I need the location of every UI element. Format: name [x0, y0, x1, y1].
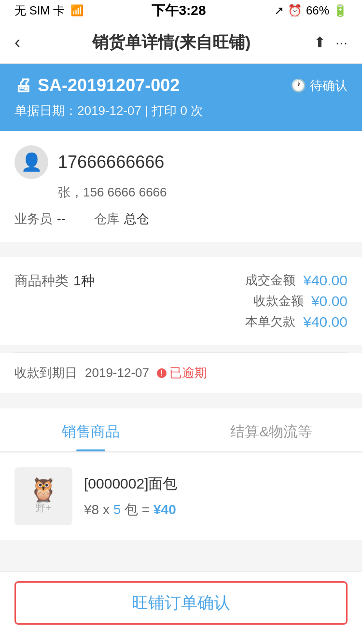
customer-name: 张，156 6666 6666: [14, 184, 348, 201]
customer-card: 👤 17666666666 张，156 6666 6666 业务员 -- 仓库 …: [0, 131, 362, 242]
alarm-icon: ⏰: [288, 4, 302, 17]
due-date-value: 2019-12-07: [85, 365, 149, 380]
customer-phone: 17666666666: [58, 152, 164, 172]
product-logo: 🦉 野+: [29, 478, 58, 515]
more-icon[interactable]: ···: [335, 34, 348, 51]
quantity: 5: [113, 502, 121, 517]
overdue-badge: ! 已逾期: [157, 364, 207, 381]
bottom-bar: 旺铺订单确认: [0, 571, 362, 644]
due-date-row: 收款到期日 2019-12-07 ! 已逾期: [0, 353, 362, 393]
summary-row: 商品种类 1种 成交金额 ¥40.00 收款金额 ¥0.00 本单欠款 ¥40.…: [14, 272, 348, 330]
order-id: 🖨 SA-20191207-002: [14, 75, 180, 96]
status-left: 无 SIM 卡 📶: [14, 3, 84, 18]
status-right: ↗ ⏰ 66% 🔋: [274, 4, 348, 17]
product-type-item: 商品种类 1种: [14, 272, 95, 290]
product-name: [0000002]面包: [84, 474, 348, 494]
tab-products[interactable]: 销售商品: [0, 408, 181, 451]
owed-label: 本单欠款: [245, 313, 295, 330]
product-type-value: 1种: [73, 272, 95, 290]
multiply-symbol: x: [103, 502, 113, 517]
overdue-text: 已逾期: [169, 364, 207, 381]
summary-left: 商品种类 1种: [14, 272, 95, 290]
unit-price: ¥8: [84, 502, 99, 517]
share-icon[interactable]: ⬆: [314, 34, 326, 51]
product-type-label: 商品种类: [14, 272, 69, 290]
battery-text: 66%: [306, 4, 329, 17]
collected-value: ¥0.00: [311, 293, 348, 309]
back-button[interactable]: ‹: [14, 32, 43, 53]
status-text: 待确认: [310, 77, 348, 94]
confirm-order-button[interactable]: 旺铺订单确认: [14, 581, 348, 625]
tab-products-label: 销售商品: [62, 423, 120, 439]
customer-meta: 业务员 -- 仓库 总仓: [14, 210, 348, 227]
warehouse-label: 仓库: [94, 210, 119, 227]
summary-right: 成交金额 ¥40.00 收款金额 ¥0.00 本单欠款 ¥40.00: [245, 272, 348, 330]
equals-symbol: =: [142, 502, 153, 517]
owl-icon: 🦉: [29, 478, 58, 502]
unit: 包: [125, 502, 138, 517]
salesperson-label: 业务员: [14, 210, 52, 227]
salesperson-field: 业务员 --: [14, 210, 65, 227]
tab-settlement-label: 结算&物流等: [230, 423, 312, 439]
summary-card: 商品种类 1种 成交金额 ¥40.00 收款金额 ¥0.00 本单欠款 ¥40.…: [0, 257, 362, 345]
warehouse-field: 仓库 总仓: [94, 210, 149, 227]
owed-amount-item: 本单欠款 ¥40.00: [245, 313, 348, 330]
tabs-container: 销售商品 结算&物流等: [0, 408, 362, 452]
transaction-label: 成交金额: [245, 272, 295, 289]
product-price: ¥8 x 5 包 = ¥40: [84, 501, 348, 519]
product-info: [0000002]面包 ¥8 x 5 包 = ¥40: [84, 474, 348, 519]
plus-label: 野+: [36, 502, 51, 515]
carrier-text: 无 SIM 卡: [14, 3, 65, 18]
order-header-row1: 🖨 SA-20191207-002 🕐 待确认: [14, 75, 348, 96]
collected-label: 收款金额: [253, 293, 304, 309]
order-id-text: SA-20191207-002: [38, 75, 180, 96]
divider-1: [0, 250, 362, 257]
total-price: ¥40: [153, 502, 176, 517]
warehouse-value: 总仓: [124, 210, 149, 227]
tab-settlement[interactable]: 结算&物流等: [181, 408, 362, 451]
order-status: 🕐 待确认: [291, 77, 348, 94]
nav-bar: ‹ 销货单详情(来自旺铺) ⬆ ···: [0, 21, 362, 64]
due-date-label: 收款到期日: [14, 364, 77, 381]
order-date: 单据日期：2019-12-07 | 打印 0 次: [14, 102, 348, 119]
status-clock-icon: 🕐: [291, 78, 306, 93]
collected-amount-item: 收款金额 ¥0.00: [253, 293, 348, 309]
product-item: 🦉 野+ [0000002]面包 ¥8 x 5 包 = ¥40: [0, 453, 362, 540]
wifi-icon: 📶: [70, 4, 84, 17]
avatar-icon: 👤: [21, 152, 42, 172]
order-header: 🖨 SA-20191207-002 🕐 待确认 单据日期：2019-12-07 …: [0, 64, 362, 131]
product-list: 🦉 野+ [0000002]面包 ¥8 x 5 包 = ¥40: [0, 453, 362, 540]
transaction-value: ¥40.00: [303, 272, 348, 289]
status-bar: 无 SIM 卡 📶 下午3:28 ↗ ⏰ 66% 🔋: [0, 0, 362, 21]
battery-icon: 🔋: [333, 4, 348, 17]
owed-value: ¥40.00: [303, 314, 348, 330]
order-id-icon: 🖨: [14, 75, 32, 96]
location-icon: ↗: [274, 4, 284, 17]
time-display: 下午3:28: [152, 1, 206, 20]
transaction-amount-item: 成交金额 ¥40.00: [245, 272, 348, 289]
customer-row1: 👤 17666666666: [14, 145, 348, 179]
product-thumbnail: 🦉 野+: [14, 467, 72, 525]
salesperson-value: --: [57, 211, 65, 226]
avatar: 👤: [14, 145, 48, 179]
overdue-icon: !: [157, 368, 167, 378]
divider-2: [0, 401, 362, 408]
page-title: 销货单详情(来自旺铺): [43, 31, 299, 54]
nav-actions: ⬆ ···: [299, 34, 348, 51]
